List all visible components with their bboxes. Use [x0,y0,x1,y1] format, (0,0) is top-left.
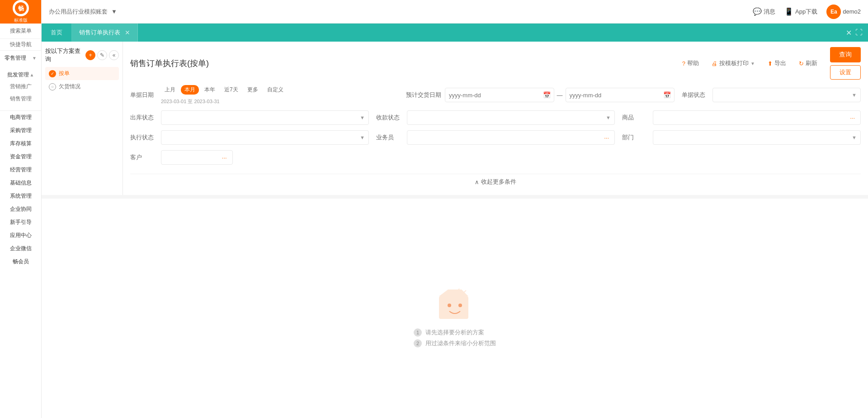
retail-group[interactable]: 零售管理 [5,54,26,62]
user-profile[interactable]: Ea demo2 [826,5,861,19]
date-tab-last-month[interactable]: 上月 [161,85,179,95]
sidebar-item-marketing[interactable]: 营销推广 [5,81,37,93]
date-tab-this-month[interactable]: 本月 [181,85,199,95]
calendar-start-icon[interactable]: 📅 [543,91,551,99]
breadcrumb-arrow-icon[interactable]: ▼ [111,8,117,15]
close-window-icon[interactable]: ✕ [846,28,852,37]
date-separator: — [557,92,563,99]
tabs-bar: 首页 销售订单执行表 ✕ ✕ ⛶ [42,24,868,42]
date-tab-this-year[interactable]: 本年 [201,85,219,95]
dept-arrow-icon: ▼ [852,135,857,140]
scheme-item-label: 按单 [59,70,70,77]
sidebar-item-newbie[interactable]: 新手引导 [0,216,41,229]
ship-status-label: 出库状态 [130,114,157,122]
wholesale-group-title[interactable]: 批发管理 ▲ [5,71,37,79]
filter-row-4: 客户 ··· [130,150,861,165]
sidebar-item-system[interactable]: 系统管理 [0,190,41,203]
app-download-btn[interactable]: 📱 App下载 [784,7,817,16]
sidebar-item-member[interactable]: 畅会员 [0,255,41,268]
date-tab-custom[interactable]: 自定义 [264,85,287,95]
sidebar-item-appcenter[interactable]: 应用中心 [0,229,41,242]
date-tab-more[interactable]: 更多 [244,85,262,95]
customer-more-icon[interactable]: ··· [220,154,229,161]
page-title-row: 销售订单执行表(按单) ? 帮助 🖨 按模板打印 ▼ ⬆ [130,47,861,80]
fullscreen-icon[interactable]: ⛶ [855,28,863,37]
ship-status-select[interactable]: ▼ [161,110,369,125]
exec-status-select[interactable]: ▼ [161,130,369,145]
settings-button[interactable]: 设置 [830,65,861,80]
customer-select[interactable]: ··· [161,150,233,165]
top-header: 办公用品行业模拟账套 ▼ 💬 消息 📱 App下载 Ea demo2 [42,0,868,24]
calendar-end-icon[interactable]: 📅 [663,91,671,99]
filter-left-header: 按以下方案查询 + ✎ « [45,47,119,63]
sidebar-nav[interactable]: 快捷导航 [0,39,41,51]
payment-status-select[interactable]: ▼ [407,110,615,125]
filter-item-date: 单据日期 上月 本月 本年 近7天 更多 自定义 20 [130,85,399,105]
message-btn[interactable]: 💬 消息 [753,7,775,16]
logo-icon: 畅 [13,0,29,16]
export-label: 导出 [774,59,786,67]
sidebar-logo: 畅 标准版 [0,0,41,24]
filter-rows: 单据日期 上月 本月 本年 近7天 更多 自定义 20 [130,85,861,190]
date-range-text: 2023-03-01 至 2023-03-31 [161,98,399,105]
message-icon: 💬 [753,7,762,16]
date-tab-7days[interactable]: 近7天 [221,85,242,95]
main-content: 办公用品行业模拟账套 ▼ 💬 消息 📱 App下载 Ea demo2 首页 销售… [42,0,868,418]
sidebar-item-operation[interactable]: 经营管理 [0,163,41,176]
export-icon: ⬆ [768,60,773,67]
close-tab-icon[interactable]: ✕ [125,29,130,36]
sidebar-item-wechat[interactable]: 企业微信 [0,242,41,255]
filter-item-customer: 客户 ··· [130,150,233,165]
salesperson-label: 业务员 [376,133,403,142]
breadcrumb-text: 办公用品行业模拟账套 [49,8,108,16]
print-arrow-icon: ▼ [750,61,755,66]
date-label: 单据日期 [130,91,157,99]
sidebar-item-basic[interactable]: 基础信息 [0,176,41,190]
doc-status-label: 单据状态 [682,91,709,99]
tab-home[interactable]: 首页 [42,24,72,42]
svg-rect-2 [439,296,468,319]
sidebar-item-ecommerce[interactable]: 电商管理 [0,111,41,124]
doc-status-select[interactable]: ▼ [712,88,861,102]
scheme-panel-title: 按以下方案查询 [45,47,85,63]
edit-scheme-btn[interactable]: ✎ [97,50,107,60]
top-right-actions: 💬 消息 📱 App下载 Ea demo2 [753,5,861,19]
logo-subtitle: 标准版 [14,17,28,24]
sidebar-item-finance[interactable]: 资金管理 [0,150,41,163]
search-button[interactable]: 查询 [830,47,861,62]
help-icon: ? [682,60,685,67]
refresh-btn[interactable]: ↻ 刷新 [795,57,821,69]
goods-more-icon[interactable]: ··· [848,114,857,121]
sidebar-item-sales[interactable]: 销售管理 [5,93,37,105]
order-table-tab-label: 销售订单执行表 [79,28,120,37]
sidebar-item-purchase[interactable]: 采购管理 [0,124,41,137]
refresh-label: 刷新 [806,59,817,67]
filter-item-goods: 商品 ··· [622,110,861,125]
collapse-label: 收起更多条件 [481,178,516,186]
sidebar-item-enterprise[interactable]: 企业协同 [0,203,41,216]
expected-date-start-input[interactable] [445,88,554,102]
add-scheme-btn[interactable]: + [85,50,95,60]
tab-order-table[interactable]: 销售订单执行表 ✕ [72,24,138,42]
filter-row-3: 执行状态 ▼ 业务员 ··· [130,130,861,145]
help-label: 帮助 [687,59,699,67]
expected-date-end-input[interactable] [566,88,675,102]
page-content: 按以下方案查询 + ✎ « ✓ 按单 ○ 欠货情况 [42,42,868,418]
scheme-item-order[interactable]: ✓ 按单 [45,67,119,80]
collapse-scheme-btn[interactable]: « [109,50,119,60]
debt-item[interactable]: ○ 欠货情况 [45,80,119,93]
sidebar-search[interactable]: 搜索菜单 [0,24,41,39]
help-btn[interactable]: ? 帮助 [679,57,703,69]
salesperson-select[interactable]: ··· [407,130,615,145]
collapse-more-btn[interactable]: ∧ 收起更多条件 [130,174,861,190]
payment-status-arrow-icon: ▼ [606,115,611,120]
export-btn[interactable]: ⬆ 导出 [764,57,790,69]
sidebar-item-inventory[interactable]: 库存核算 [0,137,41,150]
empty-tip-1: 1 请先选择要分析的方案 [414,328,496,337]
empty-illustration [432,276,477,321]
data-area: 1 请先选择要分析的方案 2 用过滤条件来缩小分析范围 [42,199,868,418]
dept-select[interactable]: ▼ [653,130,861,145]
print-btn[interactable]: 🖨 按模板打印 ▼ [708,57,759,69]
goods-select[interactable]: ··· [653,110,861,125]
salesperson-more-icon[interactable]: ··· [602,134,611,141]
